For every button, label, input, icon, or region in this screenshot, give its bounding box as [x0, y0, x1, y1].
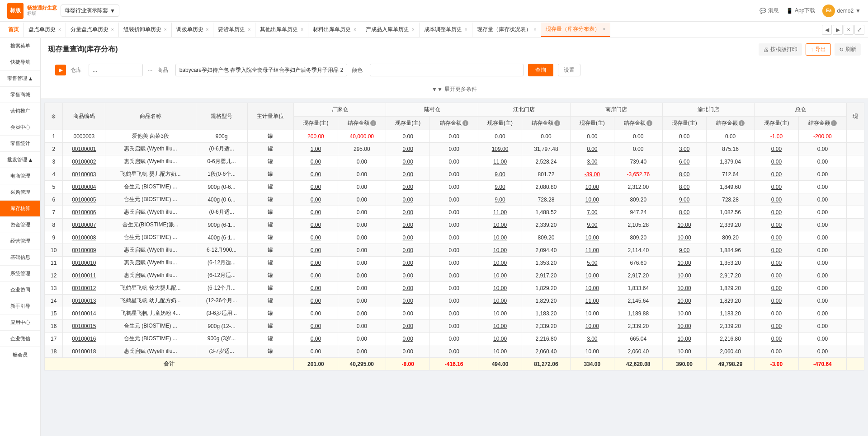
- table-cell[interactable]: 0.00: [755, 320, 798, 333]
- table-cell[interactable]: 10.00: [478, 333, 522, 345]
- table-cell[interactable]: 0.00: [294, 257, 338, 269]
- table-cell[interactable]: 0.00: [294, 333, 338, 345]
- table-cell[interactable]: 0.00: [294, 206, 338, 219]
- table-cell[interactable]: 0.00: [294, 345, 338, 358]
- table-cell[interactable]: 00100009: [63, 244, 105, 257]
- table-cell[interactable]: 0.00: [755, 244, 798, 257]
- table-cell[interactable]: -3,652.76: [614, 168, 663, 181]
- table-cell[interactable]: 0.00: [386, 193, 430, 206]
- table-cell[interactable]: 10.00: [662, 295, 706, 307]
- table-cell[interactable]: 10.00: [662, 231, 706, 244]
- table-cell[interactable]: 0.00: [386, 282, 430, 295]
- table-cell[interactable]: 8.00: [662, 168, 706, 181]
- table-cell[interactable]: 6.00: [662, 155, 706, 168]
- table-cell[interactable]: 0.00: [570, 130, 614, 143]
- table-cell[interactable]: 9.00: [570, 219, 614, 231]
- table-cell[interactable]: 9.00: [662, 193, 706, 206]
- table-cell[interactable]: 3.00: [662, 143, 706, 155]
- sidebar-item-search[interactable]: 搜索英单: [0, 38, 40, 54]
- table-cell[interactable]: 00100012: [63, 282, 105, 295]
- table-cell[interactable]: 7.00: [570, 206, 614, 219]
- sidebar-item-mall[interactable]: 零售商城: [0, 87, 40, 103]
- close-icon[interactable]: ×: [301, 27, 303, 32]
- table-cell[interactable]: 9.00: [478, 181, 522, 193]
- sidebar-item-ecommerce[interactable]: 电商管理: [0, 168, 40, 184]
- table-cell[interactable]: 0.00: [294, 269, 338, 282]
- table-cell[interactable]: 0.00: [294, 231, 338, 244]
- sidebar-item-quick[interactable]: 快捷导航: [0, 54, 40, 70]
- sidebar-item-system[interactable]: 系统管理: [0, 266, 40, 282]
- table-cell[interactable]: 10.00: [662, 307, 706, 320]
- close-icon[interactable]: ×: [58, 27, 61, 32]
- print-btn[interactable]: 🖨 按模版打印: [759, 43, 802, 56]
- table-cell[interactable]: 0.00: [755, 307, 798, 320]
- table-cell[interactable]: 11.00: [570, 244, 614, 257]
- nav-expand-btn[interactable]: ⤢: [854, 25, 864, 35]
- table-cell[interactable]: 00100016: [63, 333, 105, 345]
- close-icon[interactable]: ×: [534, 27, 537, 32]
- col-gear[interactable]: ⚙: [45, 103, 63, 130]
- table-cell[interactable]: 3.00: [570, 155, 614, 168]
- table-cell[interactable]: 11.00: [478, 206, 522, 219]
- table-cell[interactable]: 0.00: [755, 181, 798, 193]
- tab-fenpandian[interactable]: 分量盘点单历史 ×: [66, 23, 119, 37]
- table-cell[interactable]: 10.00: [662, 257, 706, 269]
- tab-tiaopo[interactable]: 调拨单历史 ×: [172, 23, 214, 37]
- table-cell[interactable]: 0.00: [570, 143, 614, 155]
- sidebar-item-member[interactable]: 会员中心: [0, 119, 40, 136]
- table-cell[interactable]: 0.00: [294, 168, 338, 181]
- table-cell[interactable]: 00100014: [63, 307, 105, 320]
- table-cell[interactable]: 00100008: [63, 231, 105, 244]
- sidebar-item-operations[interactable]: 经营管理: [0, 233, 40, 249]
- close-icon[interactable]: ×: [465, 27, 467, 32]
- app-download-btn[interactable]: 📱 App下载: [786, 7, 815, 14]
- table-cell[interactable]: 10.00: [478, 231, 522, 244]
- nav-prev-btn[interactable]: ◀: [822, 25, 832, 35]
- table-cell[interactable]: 0.00: [386, 231, 430, 244]
- table-cell[interactable]: 10.00: [570, 181, 614, 193]
- table-cell[interactable]: 00100001: [63, 143, 105, 155]
- table-cell[interactable]: 0.00: [386, 345, 430, 358]
- tab-qitachu[interactable]: 其他出库单历史 ×: [255, 23, 308, 37]
- table-cell[interactable]: 0.00: [294, 244, 338, 257]
- table-cell[interactable]: 0.00: [478, 130, 522, 143]
- table-cell[interactable]: 8.00: [662, 181, 706, 193]
- table-cell[interactable]: 10.00: [570, 282, 614, 295]
- table-cell[interactable]: 00100003: [63, 168, 105, 181]
- table-cell[interactable]: 0.00: [755, 219, 798, 231]
- table-cell[interactable]: 0.00: [755, 206, 798, 219]
- tab-kucun-zhuangkuang[interactable]: 现存量（库存状况表） ×: [472, 23, 542, 37]
- table-cell[interactable]: 9.00: [478, 168, 522, 181]
- table-cell[interactable]: 9.00: [662, 244, 706, 257]
- table-cell[interactable]: 0.00: [755, 345, 798, 358]
- table-cell[interactable]: 0.00: [294, 282, 338, 295]
- tab-pandian[interactable]: 盘点单历史 ×: [24, 23, 66, 37]
- sidebar-item-purchase[interactable]: 采购管理: [0, 184, 40, 201]
- table-cell[interactable]: 0.00: [386, 244, 430, 257]
- tab-yaohuo[interactable]: 要货单历史 ×: [213, 23, 255, 37]
- table-cell[interactable]: 00100006: [63, 206, 105, 219]
- table-cell[interactable]: 10.00: [478, 269, 522, 282]
- table-cell[interactable]: 00100015: [63, 320, 105, 333]
- sidebar-item-retail-stats[interactable]: 零售统计: [0, 136, 40, 152]
- close-icon[interactable]: ×: [206, 27, 209, 32]
- tab-zuzhang[interactable]: 组装折卸单历史 ×: [119, 23, 172, 37]
- table-cell[interactable]: 3.00: [570, 333, 614, 345]
- nav-close-btn[interactable]: ×: [844, 25, 854, 35]
- table-cell[interactable]: 10.00: [662, 219, 706, 231]
- table-cell[interactable]: 0.00: [386, 257, 430, 269]
- table-cell[interactable]: 10.00: [662, 282, 706, 295]
- table-cell[interactable]: 0.00: [386, 333, 430, 345]
- table-cell[interactable]: 00100004: [63, 181, 105, 193]
- sidebar-item-marketing[interactable]: 营销推广: [0, 103, 40, 119]
- table-cell[interactable]: 0000003: [63, 130, 105, 143]
- message-btn[interactable]: 💬 消息: [760, 7, 779, 14]
- table-cell[interactable]: 200.00: [294, 130, 338, 143]
- sidebar-item-member2[interactable]: 畅会员: [0, 347, 40, 363]
- table-cell[interactable]: 10.00: [478, 219, 522, 231]
- table-cell[interactable]: 0.00: [755, 231, 798, 244]
- table-cell[interactable]: 10.00: [570, 193, 614, 206]
- table-cell[interactable]: 0.00: [294, 307, 338, 320]
- tab-home[interactable]: 首页: [4, 23, 24, 37]
- table-cell[interactable]: 9.00: [478, 193, 522, 206]
